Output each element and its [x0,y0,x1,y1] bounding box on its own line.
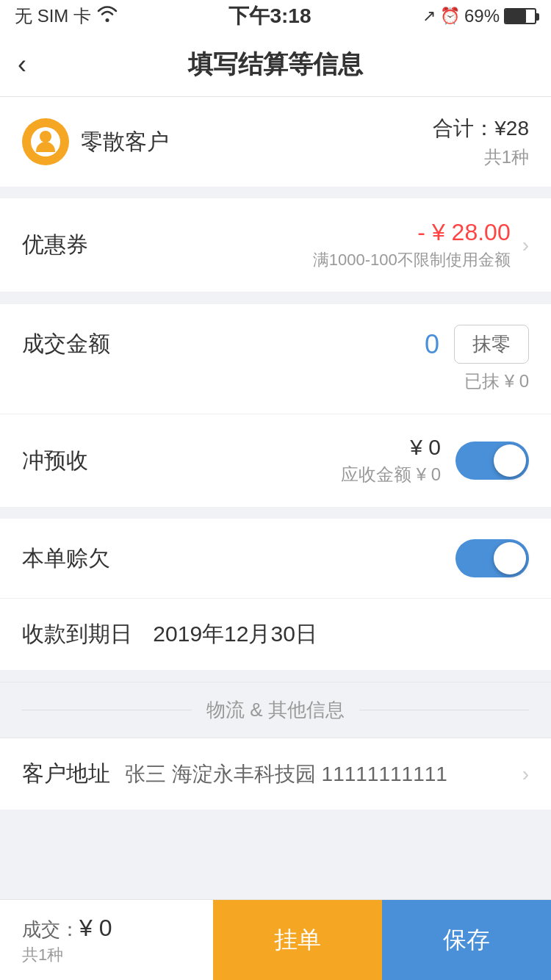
coupon-right: - ¥ 28.00 满1000-100不限制使用金额 › [313,219,529,271]
transaction-amount[interactable]: 0 [410,329,439,360]
address-row[interactable]: 客户地址 张三 海淀永丰科技园 11111111111 › [0,738,551,810]
coupon-row[interactable]: 优惠券 - ¥ 28.00 满1000-100不限制使用金额 › [0,198,551,292]
advance-toggle[interactable] [455,442,529,480]
status-bar: 无 SIM 卡 下午3:18 ↗ ⏰ 69% [0,0,551,32]
address-label: 客户地址 [22,759,110,789]
credit-section: 本单赊欠 [0,519,551,598]
due-date-content: 收款到期日 2019年12月30日 [22,621,317,646]
advance-right: ¥ 0 应收金额 ¥ 0 [341,435,529,486]
coupon-discount: - ¥ 28.00 [313,219,511,246]
status-left: 无 SIM 卡 [15,4,118,28]
page-title: 填写结算等信息 [188,48,363,82]
avatar [22,118,69,165]
due-date-row: 收款到期日 2019年12月30日 [0,598,551,670]
content-area: 零散客户 合计：¥28 共1种 优惠券 - ¥ 28.00 满1000-100不… [0,97,551,980]
alarm-icon: ⏰ [440,7,460,26]
credit-toggle-knob [494,542,526,574]
back-button[interactable]: ‹ [18,49,26,80]
avatar-icon [31,127,60,156]
divider-4 [0,670,551,682]
advance-label: 冲预收 [22,446,88,476]
logistics-label: 物流 & 其他信息 [206,697,345,723]
customer-name: 零散客户 [81,127,169,157]
customer-info: 零散客户 [22,118,169,165]
battery-icon [504,8,536,24]
advance-payment-row: 冲预收 ¥ 0 应收金额 ¥ 0 [0,414,551,507]
customer-totals: 合计：¥28 共1种 [433,115,529,169]
advance-amounts: ¥ 0 应收金额 ¥ 0 [341,435,441,486]
due-date-label: 收款到期日 [22,621,132,646]
bottom-info: 成交：¥ 0 共1种 [0,915,213,966]
coupon-description: 满1000-100不限制使用金额 [313,249,511,271]
transaction-label: 成交金额 [22,329,110,359]
round-button[interactable]: 抹零 [454,325,529,364]
bottom-deal-amount: ¥ 0 [79,915,112,941]
address-value: 张三 海淀永丰科技园 11111111111 [125,760,522,788]
status-time: 下午3:18 [228,2,311,30]
total-amount: 合计：¥28 [433,115,529,143]
bottom-deal-label: 成交： [22,918,79,940]
credit-label: 本单赊欠 [22,544,110,574]
total-count: 共1种 [433,145,529,169]
battery-percent: 69% [464,6,500,26]
carrier-text: 无 SIM 卡 [15,4,91,28]
bottom-count: 共1种 [22,944,191,966]
divider-3 [0,507,551,519]
coupon-value: - ¥ 28.00 满1000-100不限制使用金额 [313,219,511,271]
chevron-right-icon: › [522,234,529,257]
bottom-bar: 成交：¥ 0 共1种 挂单 保存 [0,899,551,980]
wifi-icon [97,6,118,26]
logistics-section-header: 物流 & 其他信息 [0,682,551,738]
address-chevron-icon: › [522,763,529,786]
advance-sub-amount: 应收金额 ¥ 0 [341,463,441,486]
advance-main-amount: ¥ 0 [341,435,441,460]
transaction-section: 成交金额 0 抹零 已抹 ¥ 0 [0,304,551,414]
transaction-top: 成交金额 0 抹零 [22,325,529,364]
customer-section: 零散客户 合计：¥28 共1种 [0,97,551,187]
due-date-value: 2019年12月30日 [153,621,317,646]
hold-button[interactable]: 挂单 [213,900,382,980]
toggle-knob [494,444,526,477]
coupon-label: 优惠券 [22,230,88,260]
transaction-right: 0 抹零 [410,325,529,364]
nav-bar: ‹ 填写结算等信息 [0,32,551,97]
transaction-sub: 已抹 ¥ 0 [22,370,529,393]
credit-toggle[interactable] [455,539,529,577]
divider-1 [0,187,551,198]
status-right: ↗ ⏰ 69% [422,6,536,26]
divider-2 [0,292,551,304]
save-button[interactable]: 保存 [382,900,551,980]
location-icon: ↗ [422,7,436,26]
